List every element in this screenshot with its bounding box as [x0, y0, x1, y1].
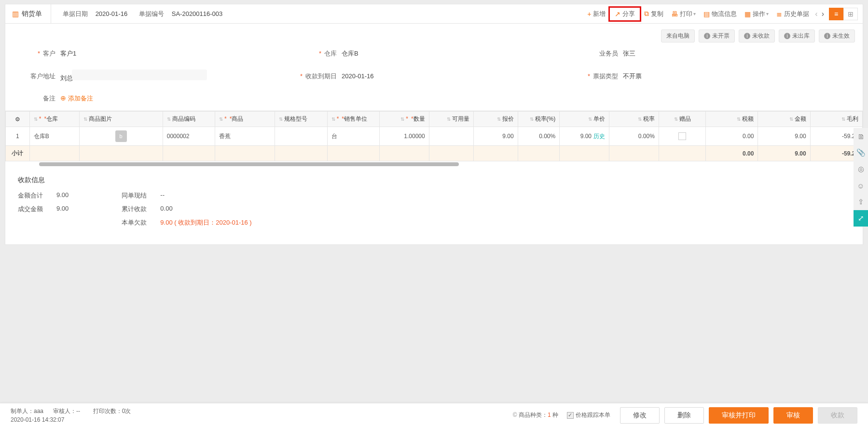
cell-amount[interactable]: 9.00 — [758, 127, 810, 146]
info-icon: i — [824, 33, 830, 39]
value-total: 9.00 — [56, 191, 69, 200]
cell-warehouse[interactable]: 仓库B — [29, 127, 79, 146]
table-h-scrollbar[interactable] — [5, 161, 863, 167]
subtotal-amount: 9.00 — [758, 146, 810, 161]
col-name[interactable]: ⇅*商品 — [215, 112, 275, 127]
copy-icon: ⧉ — [644, 10, 649, 18]
value-warehouse[interactable]: 仓库B — [342, 49, 358, 58]
add-button[interactable]: +新增 — [583, 8, 609, 20]
tag-no-receipt[interactable]: i未收款 — [739, 29, 775, 43]
col-gift[interactable]: ⇅赠品 — [659, 112, 705, 127]
value-duedate[interactable]: 2020-01-16 — [342, 72, 374, 80]
cell-unit[interactable]: 台 — [327, 127, 379, 146]
cell-tax-amt[interactable]: 0.00 — [706, 127, 758, 146]
doc-title-tab: ▥ 销货单 — [5, 4, 51, 23]
doc-title: 销货单 — [22, 10, 42, 18]
print-button[interactable]: 🖶打印▾ — [667, 8, 700, 20]
col-tax-rate[interactable]: ⇅税率 — [609, 112, 659, 127]
col-gear[interactable]: ⚙ — [6, 112, 30, 127]
label-deal: 成交金额 — [18, 205, 56, 214]
gift-checkbox[interactable] — [678, 132, 686, 140]
add-remark-button[interactable]: 添加备注 — [60, 95, 93, 102]
chevron-down-icon: ▾ — [766, 11, 769, 16]
col-spec[interactable]: ⇅规格型号 — [275, 112, 327, 127]
cell-idx: 1 — [6, 127, 30, 146]
tag-no-out[interactable]: i未出库 — [779, 29, 815, 43]
col-list-price[interactable]: ⇅报价 — [473, 112, 518, 127]
next-doc-button[interactable]: › — [820, 10, 826, 18]
history-button[interactable]: ≣历史单据 — [772, 8, 813, 20]
print-icon: 🖶 — [671, 10, 678, 18]
tag-no-invoice[interactable]: i未开票 — [699, 29, 735, 43]
cell-list-price[interactable]: 9.00 — [473, 127, 518, 146]
info-icon: i — [784, 33, 790, 39]
col-code[interactable]: ⇅商品编码 — [163, 112, 215, 127]
payment-section-title: 收款信息 — [18, 176, 856, 185]
label-sum: 累计收款 — [122, 205, 160, 214]
view-list-button[interactable]: ≡ — [829, 8, 843, 20]
prev-doc-button[interactable]: ‹ — [813, 10, 819, 18]
subtotal-tax: 0.00 — [706, 146, 758, 161]
chevron-down-icon: ▾ — [693, 11, 696, 16]
info-icon: i — [744, 33, 750, 39]
label-total: 金额合计 — [18, 191, 56, 200]
tag-from-pc[interactable]: 来自电脑 — [661, 29, 695, 43]
col-amount[interactable]: ⇅金额 — [758, 112, 810, 127]
label-remark: 备注 — [12, 94, 60, 103]
grid-icon: ▦ — [744, 10, 751, 18]
col-tax-amt[interactable]: ⇅税额 — [706, 112, 758, 127]
col-available[interactable]: ⇅可用量 — [429, 112, 473, 127]
logistics-button[interactable]: ▤物流信息 — [700, 8, 741, 20]
cell-gift[interactable] — [659, 127, 705, 146]
table-header-row: ⚙ ⇅*仓库 ⇅商品图片 ⇅商品编码 ⇅*商品 ⇅规格型号 ⇅*销售单位 ⇅*数… — [6, 112, 863, 127]
sidetool-attachment-icon[interactable]: 📎 — [854, 144, 868, 161]
copy-button[interactable]: ⧉复制 — [640, 8, 667, 20]
doc-number: 单据编号 SA-20200116-003 — [139, 10, 222, 18]
ops-button[interactable]: ▦操作▾ — [741, 8, 772, 20]
sidetool-globe-icon[interactable]: ◎ — [854, 161, 868, 177]
value-sales[interactable]: 张三 — [623, 49, 635, 58]
sidetool-expand-icon[interactable]: ⤢ — [854, 210, 868, 227]
image-placeholder-icon: b — [115, 130, 127, 142]
sidetool-upload-icon[interactable]: ⇪ — [854, 194, 868, 210]
price-history-link[interactable]: 历史 — [593, 133, 605, 140]
sidetool-user-icon[interactable]: ☺ — [854, 177, 868, 194]
cell-image[interactable]: b — [79, 127, 163, 146]
label-warehouse: 仓库 — [293, 49, 342, 58]
col-warehouse[interactable]: ⇅*仓库 — [29, 112, 79, 127]
info-icon: i — [704, 33, 710, 39]
col-sale-unit[interactable]: ⇅*销售单位 — [327, 112, 379, 127]
value-invoice[interactable]: 不开票 — [623, 72, 642, 81]
label-invoice: 票据类型 — [575, 72, 623, 81]
cell-rate[interactable]: 0.00% — [518, 127, 560, 146]
history-icon: ≣ — [776, 10, 782, 18]
subtotal-label: 小计 — [6, 146, 30, 161]
label-same: 同单现结 — [122, 191, 160, 200]
tag-not-effect[interactable]: i未生效 — [819, 29, 855, 43]
cell-tax-rate[interactable]: 0.00% — [609, 127, 659, 146]
table-row[interactable]: 1 仓库B b 0000002 香蕉 台 1.00000 9.00 0.00% … — [6, 127, 863, 146]
col-price[interactable]: ⇅单价 — [560, 112, 609, 127]
plus-icon: + — [587, 10, 591, 18]
col-gross[interactable]: ⇅毛利 — [810, 112, 862, 127]
value-address[interactable]: 刘总 — [60, 70, 207, 83]
col-image[interactable]: ⇅商品图片 — [79, 112, 163, 127]
share-button[interactable]: ↗分享 — [611, 8, 639, 20]
value-same: -- — [160, 191, 165, 200]
value-customer[interactable]: 客户1 — [60, 49, 76, 58]
col-qty[interactable]: ⇅*数量 — [379, 112, 429, 127]
gear-icon: ⚙ — [15, 116, 20, 123]
cell-code[interactable]: 0000002 — [163, 127, 215, 146]
view-card-button[interactable]: ⊞ — [843, 8, 858, 20]
cell-price[interactable]: 9.00历史 — [560, 127, 609, 146]
cell-spec[interactable] — [275, 127, 327, 146]
label-customer: 客户 — [12, 49, 60, 58]
cell-available[interactable] — [429, 127, 473, 146]
cell-qty[interactable]: 1.00000 — [379, 127, 429, 146]
share-icon: ↗ — [615, 10, 620, 18]
doc-date: 单据日期 2020-01-16 — [63, 10, 127, 18]
col-rate[interactable]: ⇅税率(%) — [518, 112, 560, 127]
cell-name[interactable]: 香蕉 — [215, 127, 275, 146]
sidetool-note-icon[interactable]: 🗎 — [854, 128, 868, 144]
value-sum: 0.00 — [160, 205, 172, 214]
